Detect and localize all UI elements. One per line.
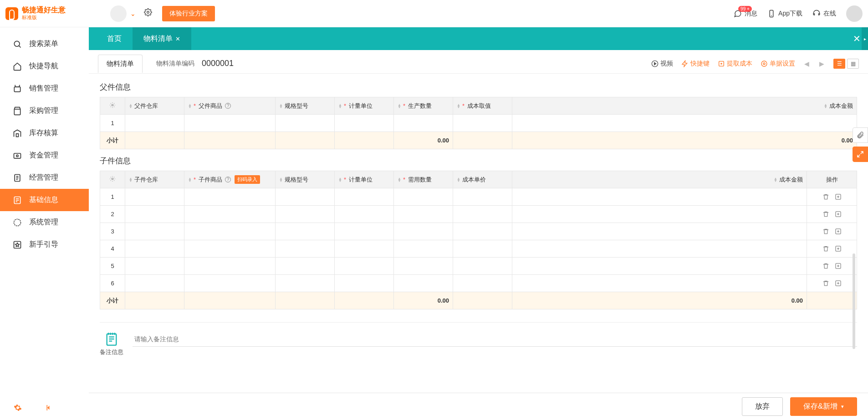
prev-record-icon[interactable]: ◀ (803, 60, 810, 67)
col-child-product[interactable]: ▲▼*子件商品?扫码录入 (184, 171, 276, 188)
table-row[interactable]: 5 (100, 258, 857, 275)
col-child-cost-amount[interactable]: ▲▼成本金额 (512, 171, 807, 188)
add-row-icon[interactable] (835, 193, 842, 200)
discard-button[interactable]: 放弃 (742, 397, 783, 416)
table-row[interactable]: 2 (100, 206, 857, 223)
tab-bom[interactable]: 物料清单 ✕ (133, 27, 191, 50)
col-parent-cost-basis[interactable]: ▲▼*成本取值 (453, 97, 512, 115)
home-icon (13, 62, 22, 71)
mobile-icon (767, 10, 776, 18)
col-parent-unit[interactable]: ▲▼*计量单位 (335, 97, 394, 115)
view-card-button[interactable]: ▦ (847, 59, 859, 69)
gear-icon[interactable] (144, 8, 152, 19)
next-record-icon[interactable]: ▶ (818, 60, 825, 67)
video-link[interactable]: 视频 (651, 60, 673, 68)
app-download-link[interactable]: App下载 (767, 10, 802, 18)
table-row[interactable]: 1 (100, 188, 857, 206)
delete-row-icon[interactable] (822, 263, 829, 269)
col-child-warehouse[interactable]: ▲▼子件仓库 (125, 171, 184, 188)
scan-input-tag[interactable]: 扫码录入 (235, 175, 260, 184)
attachment-button[interactable] (853, 127, 868, 143)
delete-row-icon[interactable] (822, 228, 829, 235)
col-parent-warehouse[interactable]: ▲▼父件仓库 (125, 97, 184, 115)
promo-button[interactable]: 体验行业方案 (162, 6, 215, 21)
cart-icon (13, 84, 22, 93)
sidebar-item-sales[interactable]: 销售管理 (0, 77, 89, 100)
col-child-need-qty[interactable]: ▲▼*需用数量 (394, 171, 453, 188)
col-child-unit[interactable]: ▲▼*计量单位 (335, 171, 394, 188)
delete-row-icon[interactable] (822, 245, 829, 252)
sidebar-item-basic-info[interactable]: 基础信息 (0, 189, 89, 211)
sidebar-item-guide[interactable]: 新手引导 (0, 233, 89, 256)
svg-marker-21 (654, 62, 656, 65)
document-icon (13, 196, 22, 205)
delete-row-icon[interactable] (822, 211, 829, 218)
sidebar-item-business[interactable]: 经营管理 (0, 167, 89, 189)
star-icon (13, 240, 22, 249)
tab-home[interactable]: 首页 (96, 27, 133, 50)
table-row[interactable]: 6 (100, 275, 857, 292)
col-parent-cost-amount[interactable]: ▲▼成本金额 (512, 97, 857, 115)
app-download-label: App下载 (778, 10, 802, 18)
logo-area: 畅捷通好生意 标准版 (5, 6, 87, 21)
footer-gear-icon[interactable] (14, 404, 22, 412)
add-row-icon[interactable] (835, 228, 842, 235)
child-scrollbar[interactable] (853, 253, 855, 349)
company-avatar (110, 5, 127, 22)
add-row-icon[interactable] (835, 245, 842, 252)
svg-rect-8 (14, 153, 21, 158)
settings-icon (761, 60, 768, 67)
help-icon[interactable]: ? (225, 103, 231, 109)
col-parent-product[interactable]: ▲▼*父件商品? (184, 97, 276, 115)
gear-icon (109, 176, 116, 182)
table-row[interactable]: 1 (100, 115, 857, 132)
help-icon[interactable]: ? (225, 177, 231, 182)
delete-row-icon[interactable] (822, 280, 829, 287)
shortcut-link[interactable]: 快捷键 (681, 60, 710, 68)
table-row[interactable]: 4 (100, 240, 857, 258)
toggle-panel-icon[interactable]: ▸ (862, 27, 868, 50)
view-list-button[interactable]: ☰ (833, 59, 845, 69)
add-row-icon[interactable] (835, 280, 842, 287)
messages-link[interactable]: 消息 99 + (734, 10, 757, 18)
close-all-icon[interactable]: ✕ (853, 33, 861, 44)
online-label: 在线 (823, 10, 836, 18)
child-table: ▲▼子件仓库 ▲▼*子件商品?扫码录入 ▲▼规格型号 ▲▼*计量单位 ▲▼*需用… (100, 171, 857, 309)
remark-input[interactable] (133, 332, 857, 347)
col-gear[interactable] (100, 97, 125, 115)
doc-settings-link[interactable]: 单据设置 (761, 60, 795, 68)
float-controls (853, 127, 868, 162)
col-child-spec[interactable]: ▲▼规格型号 (276, 171, 335, 188)
extract-cost-link[interactable]: 提取成本 (718, 60, 752, 68)
online-support-link[interactable]: 在线 (812, 10, 836, 18)
collapse-sidebar-icon[interactable] (45, 404, 53, 412)
subtotal-row: 小计 0.00 0.00 (100, 132, 857, 149)
add-row-icon[interactable] (835, 263, 842, 269)
sidebar-footer (0, 395, 89, 420)
col-gear[interactable] (100, 171, 125, 188)
col-parent-spec[interactable]: ▲▼规格型号 (276, 97, 335, 115)
save-and-new-button[interactable]: 保存&新增▾ (790, 397, 857, 416)
form-body: 父件信息 ▲▼父件仓库 ▲▼*父件商品? ▲▼规格型号 ▲▼*计量单位 ▲▼*生… (89, 74, 868, 393)
sidebar-item-label: 系统管理 (29, 218, 58, 227)
remark-label-text: 备注信息 (100, 348, 123, 356)
sidebar-item-system[interactable]: 系统管理 (0, 211, 89, 233)
add-row-icon[interactable] (835, 211, 842, 218)
company-selector[interactable]: ⌄ (110, 5, 136, 22)
fullscreen-button[interactable] (853, 147, 868, 162)
sidebar-item-inventory[interactable]: 库存核算 (0, 122, 89, 144)
col-parent-qty[interactable]: ▲▼*生产数量 (394, 97, 453, 115)
col-child-unit-cost[interactable]: ▲▼成本单价 (453, 171, 512, 188)
system-icon (13, 218, 22, 227)
page-tab[interactable]: 物料清单 (98, 55, 143, 73)
delete-row-icon[interactable] (822, 193, 829, 200)
user-avatar[interactable] (846, 5, 863, 22)
close-tab-icon[interactable]: ✕ (175, 35, 180, 42)
sidebar-item-quicknav[interactable]: 快捷导航 (0, 55, 89, 77)
sidebar-item-search[interactable]: 搜索菜单 (0, 33, 89, 55)
sidebar-item-purchase[interactable]: 采购管理 (0, 100, 89, 122)
sidebar-item-fund[interactable]: 资金管理 (0, 144, 89, 167)
logo-subtitle: 标准版 (22, 14, 66, 21)
money-icon (13, 151, 22, 160)
table-row[interactable]: 3 (100, 223, 857, 240)
